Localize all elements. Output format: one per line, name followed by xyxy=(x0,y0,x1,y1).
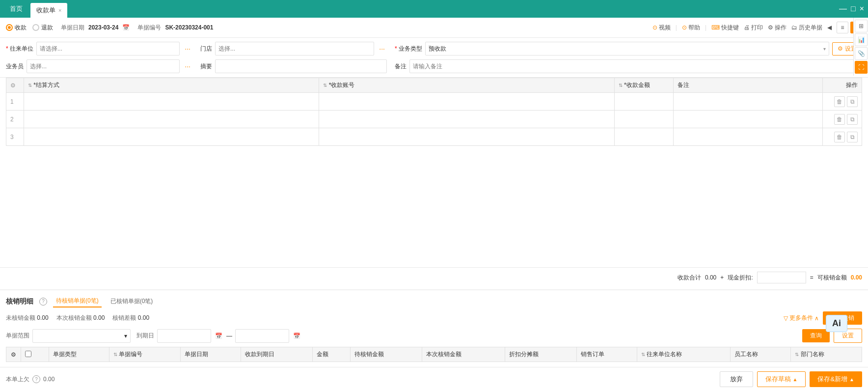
sort-icon-counterpart: ⇅ xyxy=(641,352,645,357)
copy-btn-3[interactable]: ⧉ xyxy=(847,132,858,142)
date-from-input[interactable]: 2022-04-01 xyxy=(157,329,211,343)
summary-field: 摘要 xyxy=(200,59,387,73)
discount-input[interactable] xyxy=(757,272,806,283)
th-action: 操作 xyxy=(823,78,862,93)
salesperson-more-btn[interactable]: ··· xyxy=(183,62,192,70)
save-new-btn[interactable]: 保存&新增 ▲ xyxy=(810,371,862,387)
radio-receive[interactable]: 收款 xyxy=(6,24,27,32)
total-value: 0.00 xyxy=(705,274,716,281)
amount-cell-2[interactable] xyxy=(614,111,673,128)
form-row-2: 业务员 ··· 摘要 备注 xyxy=(6,59,862,73)
info-icon[interactable]: ? xyxy=(39,298,47,306)
carry-over-info-icon[interactable]: ? xyxy=(32,375,40,383)
biz-type-label: 业务类型 xyxy=(395,45,422,53)
filter-range: 单据范围 ▾ xyxy=(6,329,131,343)
sidebar-capture-icon[interactable]: ⛶ xyxy=(855,61,868,74)
copy-btn-2[interactable]: ⧉ xyxy=(847,114,858,125)
store-more-btn[interactable]: ··· xyxy=(377,45,387,53)
calendar-from-icon[interactable]: 📅 xyxy=(215,333,222,339)
equals-sign: = xyxy=(810,274,814,281)
sidebar-table-icon[interactable]: ⊞ xyxy=(855,20,868,32)
verify-stats: 未核销金额 0.00 本次核销金额 0.00 核销差额 0.00 ▽ 更多条件 … xyxy=(6,311,862,325)
sidebar-attach-icon[interactable]: 📎 xyxy=(855,47,868,60)
counterpart-more-btn[interactable]: ··· xyxy=(183,45,192,53)
list-view-btn[interactable]: ≡ xyxy=(837,22,848,33)
tab-done[interactable]: 已核销单据(0笔) xyxy=(108,296,156,307)
select-all-checkbox[interactable] xyxy=(25,351,31,357)
right-sidebar: ⊞ 📊 📎 ⛶ xyxy=(853,18,868,76)
th-checkbox[interactable]: ⚙ xyxy=(6,347,21,362)
help-action[interactable]: ⊙ 帮助 xyxy=(682,24,700,32)
tab-pending[interactable]: 待核销单据(0笔) xyxy=(53,295,102,307)
delete-btn-1[interactable]: 🗑 xyxy=(834,96,845,107)
delete-btn-2[interactable]: 🗑 xyxy=(834,114,845,125)
settle-cell-2[interactable] xyxy=(24,111,319,128)
account-cell-1[interactable] xyxy=(319,93,614,111)
row-num-2: 2 xyxy=(6,111,24,128)
nav-prev-icon[interactable]: ◀ xyxy=(827,24,832,31)
maximize-icon[interactable]: □ xyxy=(851,4,856,13)
remark-cell-2[interactable] xyxy=(673,111,822,128)
remark-cell-1[interactable] xyxy=(673,93,822,111)
sub-header: 收款 退款 单据日期 2023-03-24 📅 单据编号 SK-20230324… xyxy=(0,18,868,38)
gear-icon[interactable]: ⚙ xyxy=(10,82,16,89)
filter-icon: ▽ xyxy=(784,315,788,322)
copy-btn-1[interactable]: ⧉ xyxy=(847,96,858,107)
discount-label: 现金折扣: xyxy=(728,274,753,282)
minimize-icon[interactable]: — xyxy=(839,4,847,13)
remark-input[interactable] xyxy=(409,59,862,73)
abandon-btn[interactable]: 放弃 xyxy=(720,371,753,387)
summary-label: 摘要 xyxy=(200,62,212,71)
history-action[interactable]: 🗂 历史单据 xyxy=(791,24,822,32)
salesperson-input[interactable] xyxy=(27,59,180,73)
print-icon: 🖨 xyxy=(744,24,750,31)
form-area: 往来单位 ··· 门店 ··· 业务类型 预收款 ▾ ⚙ 设置 xyxy=(0,38,868,78)
radio-refund[interactable]: 退款 xyxy=(32,24,53,32)
th-doc-no: ⇅ 单据编号 xyxy=(109,347,181,362)
verify-filter-row: 单据范围 ▾ 到期日 2022-04-01 📅 — 2022-04-12 📅 xyxy=(6,329,862,343)
gear-icon-bottom[interactable]: ⚙ xyxy=(11,351,16,358)
nav-home[interactable]: 首页 xyxy=(4,1,28,16)
amount-cell-3[interactable] xyxy=(614,128,673,146)
shortcut-action[interactable]: ⌨ 快捷键 xyxy=(711,24,739,32)
store-input[interactable] xyxy=(215,42,374,56)
th-gear[interactable]: ⚙ xyxy=(6,78,24,93)
th-remark: 备注 xyxy=(673,78,822,93)
nav-tab-receipt: 收款单 × xyxy=(30,3,67,18)
store-field: 门店 ··· xyxy=(200,42,387,56)
biz-type-dropdown-arrow: ▾ xyxy=(823,46,826,52)
calendar-to-icon[interactable]: 📅 xyxy=(293,333,300,339)
th-sales-order: 销售订单 xyxy=(576,347,637,362)
date-to-input[interactable]: 2022-04-12 xyxy=(235,329,289,343)
operation-action[interactable]: ⚙ 操作 xyxy=(768,24,787,32)
window-close-icon[interactable]: × xyxy=(860,4,864,13)
delete-btn-3[interactable]: 🗑 xyxy=(834,132,845,142)
video-icon: ⊙ xyxy=(652,24,657,31)
footer-left: 本单上欠 ? 0.00 xyxy=(6,375,54,384)
range-select[interactable]: ▾ xyxy=(32,329,131,343)
th-due-date: 收款到期日 xyxy=(241,347,312,362)
amount-cell-1[interactable] xyxy=(614,93,673,111)
biz-type-select[interactable]: 预收款 ▾ xyxy=(425,42,829,56)
close-icon[interactable]: × xyxy=(58,7,61,13)
summary-input[interactable] xyxy=(215,59,387,73)
th-checkbox-col[interactable] xyxy=(21,347,49,362)
action-cell-2: 🗑 ⧉ xyxy=(823,111,862,128)
account-cell-3[interactable] xyxy=(319,128,614,146)
more-conditions-btn[interactable]: ▽ 更多条件 ∧ xyxy=(784,314,819,322)
th-discount: 折扣分摊额 xyxy=(505,347,576,362)
th-doc-date: 单据日期 xyxy=(180,347,241,362)
settle-cell-3[interactable] xyxy=(24,128,319,146)
ai-badge[interactable]: Ai xyxy=(826,315,847,332)
calendar-icon[interactable]: 📅 xyxy=(122,24,130,31)
settle-cell-1[interactable] xyxy=(24,93,319,111)
remark-cell-3[interactable] xyxy=(673,128,822,146)
video-action[interactable]: ⊙ 视频 xyxy=(652,24,671,32)
save-draft-btn[interactable]: 保存草稿 ▲ xyxy=(757,371,806,387)
plus-sign: + xyxy=(720,274,724,281)
save-draft-arrow: ▲ xyxy=(793,377,798,382)
print-action[interactable]: 🖨 打印 xyxy=(744,24,763,32)
sidebar-chart-icon[interactable]: 📊 xyxy=(855,33,868,46)
counterpart-input[interactable] xyxy=(36,42,180,56)
account-cell-2[interactable] xyxy=(319,111,614,128)
